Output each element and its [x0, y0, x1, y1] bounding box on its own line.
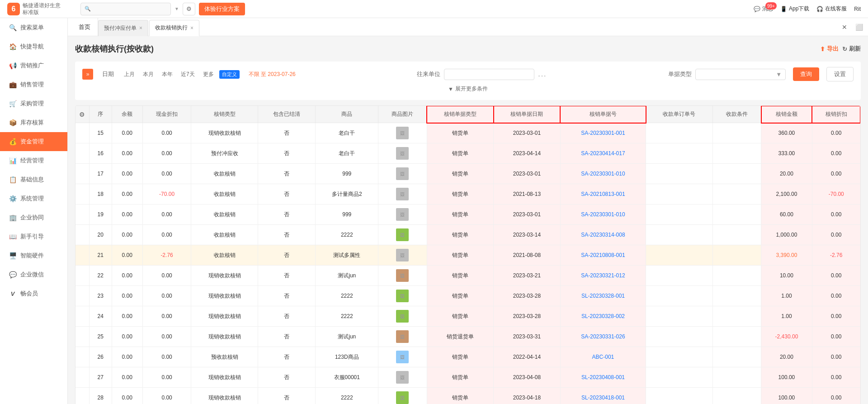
th-no: 序 — [89, 106, 112, 123]
verify-doc-no-link[interactable]: ABC-001 — [592, 354, 614, 360]
th-verify-doc-no: 核销单据号 — [560, 106, 646, 123]
th-receipt-order-no: 收款单订单号 — [646, 106, 712, 123]
settings-button[interactable]: 设置 — [826, 67, 854, 81]
table-body: 15 0.00 0.00 现销收款核销 否 老白干 🖼 销货单 2023-03-… — [75, 123, 860, 404]
box-icon: 📦 — [9, 119, 17, 127]
sidebar-item-system[interactable]: ⚙️ 系统管理 — [0, 189, 67, 208]
verify-doc-no-link[interactable]: SL-20230328-002 — [581, 313, 625, 319]
td-goods-img: 🖼 — [378, 204, 427, 225]
goods-img-thumb: 🖼 — [396, 228, 409, 241]
goods-img-thumb: 🖼 — [396, 147, 409, 160]
verify-doc-no-link[interactable]: SA-20210808-001 — [581, 252, 625, 258]
sidebar-item-finance[interactable]: 💰 资金管理 — [0, 132, 67, 151]
sidebar-item-sales[interactable]: 💼 销售管理 — [0, 75, 67, 94]
sidebar-item-marketing-label: 营销推广 — [20, 62, 44, 70]
sidebar-item-operations[interactable]: 📊 经营管理 — [0, 151, 67, 170]
th-verify-discount: 核销折扣 — [812, 106, 860, 123]
sidebar-item-guide[interactable]: 📖 新手引导 — [0, 227, 67, 246]
tab-verify-close[interactable]: × — [190, 25, 193, 31]
sidebar-item-corp[interactable]: 🏢 企业协同 — [0, 208, 67, 227]
td-balance: 0.00 — [112, 143, 142, 164]
date-btn-custom[interactable]: 自定义 — [219, 70, 240, 79]
table-row: 15 0.00 0.00 现销收款核销 否 老白干 🖼 销货单 2023-03-… — [75, 123, 860, 143]
td-included-cleared: 否 — [258, 143, 316, 164]
verify-doc-no-link[interactable]: SA-20230414-017 — [581, 150, 625, 157]
verify-doc-no-link[interactable]: SL-20230328-001 — [581, 293, 625, 299]
verify-doc-no-link[interactable]: SA-20230314-008 — [581, 232, 625, 238]
td-no: 18 — [89, 184, 112, 204]
sidebar-item-quicknav[interactable]: 🏠 快捷导航 — [0, 37, 67, 56]
sidebar-item-search[interactable]: 🔍 搜索菜单 — [0, 18, 67, 37]
doc-type-container: 单据类型 ▼ — [668, 69, 786, 80]
td-verify-doc-date: 2023-03-01 — [494, 164, 560, 184]
td-goods: 衣服00001 — [316, 367, 378, 388]
sidebar-item-marketing[interactable]: 📢 营销推广 — [0, 56, 67, 75]
th-settings[interactable]: ⚙ — [75, 106, 89, 123]
td-verify-doc-type: 销货退货单 — [427, 327, 493, 347]
td-verify-type: 现销收款核销 — [191, 286, 258, 306]
tab-prepay-label: 预付冲应付单 — [104, 24, 137, 32]
from-unit-input[interactable] — [444, 69, 534, 80]
goods-img-thumb: 🖼 — [396, 371, 409, 384]
td-verify-type: 收款核销 — [191, 245, 258, 266]
verify-doc-no-link[interactable]: SL-20230418-001 — [581, 394, 625, 401]
td-settings — [75, 367, 89, 388]
th-verify-amount: 核销金额 — [761, 106, 812, 123]
sidebar-item-inventory[interactable]: 📦 库存核算 — [0, 113, 67, 132]
td-verify-doc-no: SA-20230414-017 — [560, 143, 646, 164]
verify-doc-no-link[interactable]: SL-20230408-001 — [581, 374, 625, 380]
export-button[interactable]: ⬆ 导出 — [820, 45, 839, 53]
app-download-item[interactable]: 📱 App下载 — [780, 5, 809, 13]
verify-doc-no-link[interactable]: SA-20230301-010 — [581, 171, 625, 177]
settings-icon[interactable]: ⚙ — [183, 3, 195, 15]
tab-verify[interactable]: 收款核销执行 × — [149, 20, 199, 36]
maximize-window-btn[interactable]: ⬜ — [854, 22, 864, 33]
verify-doc-no-link[interactable]: SA-20230321-012 — [581, 272, 625, 279]
td-balance: 0.00 — [112, 347, 142, 367]
tab-prepay-close[interactable]: × — [139, 25, 142, 31]
doc-type-select[interactable]: ▼ — [695, 69, 786, 80]
verify-doc-no-link[interactable]: SA-20230301-001 — [581, 130, 625, 136]
date-btn-more[interactable]: 更多 — [200, 70, 217, 79]
date-btn-last-month[interactable]: 上月 — [121, 70, 137, 79]
search-box[interactable]: 🔍 — [80, 3, 171, 15]
td-verify-type: 现销收款核销 — [191, 266, 258, 286]
search-dropdown-arrow[interactable]: ▼ — [175, 6, 179, 11]
sidebar-item-wechat[interactable]: 💬 企业微信 — [0, 265, 67, 284]
sidebar-item-basicinfo[interactable]: 📋 基础信息 — [0, 170, 67, 189]
td-settings — [75, 327, 89, 347]
goods-img-thumb: 🖼 — [396, 269, 409, 282]
refresh-button[interactable]: ↻ 刷新 — [842, 45, 861, 53]
close-window-btn[interactable]: ✕ — [839, 22, 850, 33]
goods-img-thumb: 🖼 — [396, 391, 409, 404]
td-goods-img: 🖼 — [378, 266, 427, 286]
date-btn-7days[interactable]: 近7天 — [178, 70, 198, 79]
verify-doc-no-link[interactable]: SA-20230301-010 — [581, 211, 625, 218]
sidebar-item-purchase[interactable]: 🛒 采购管理 — [0, 94, 67, 113]
tab-prepay[interactable]: 预付冲应付单 × — [98, 20, 148, 36]
td-cash-discount: 0.00 — [142, 388, 191, 404]
filter-expand-left[interactable]: » — [82, 69, 93, 80]
solution-button[interactable]: 体验行业方案 — [199, 3, 245, 15]
td-goods-img: 🖼 — [378, 184, 427, 204]
td-verify-doc-type: 销货单 — [427, 245, 493, 266]
home-tab[interactable]: 首页 — [71, 18, 98, 36]
verify-doc-no-link[interactable]: SA-20210813-001 — [581, 191, 625, 197]
td-no: 20 — [89, 225, 112, 245]
td-no: 17 — [89, 164, 112, 184]
sidebar-item-hardware[interactable]: 🖥️ 智能硬件 — [0, 246, 67, 265]
sidebar-item-member[interactable]: V 畅会员 — [0, 284, 67, 303]
goods-img-thumb: 🖼 — [396, 167, 409, 180]
query-button[interactable]: 查询 — [793, 67, 819, 81]
date-btn-this-year[interactable]: 本年 — [159, 70, 175, 79]
td-receipt-order-no — [646, 225, 712, 245]
scroll-area[interactable]: ⚙ 序 余额 现金折扣 核销类型 包含已结清 商品 商品图片 核销单据类型 核 — [75, 106, 860, 404]
td-verify-doc-type: 销货单 — [427, 123, 493, 143]
verify-doc-no-link[interactable]: SA-20230331-026 — [581, 333, 625, 340]
notification-item[interactable]: 💬 消息 99+ — [754, 5, 773, 13]
column-settings-icon[interactable]: ⚙ — [79, 111, 85, 118]
online-service-item[interactable]: 🎧 在线客服 — [816, 5, 847, 13]
expand-more-btn[interactable]: ▼ 展开更多条件 — [82, 85, 854, 93]
gear-icon: ⚙️ — [9, 195, 17, 203]
date-btn-this-month[interactable]: 本月 — [140, 70, 156, 79]
